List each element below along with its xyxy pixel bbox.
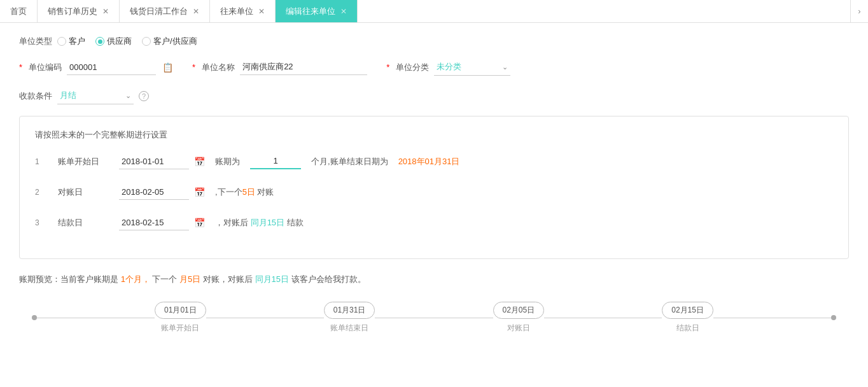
setting-row-2: 2 对账日 📅 ,下一个5日 对账: [35, 185, 833, 200]
timeline-line-5: [713, 318, 831, 318]
row-label-2: 对账日: [58, 186, 109, 198]
payment-terms-group: 收款条件 月结 ⌄ ?: [19, 87, 149, 104]
payment-date-calendar-icon[interactable]: 📅: [194, 218, 205, 228]
radio-label-supplier: 供应商: [107, 36, 132, 47]
node-date-2: 01月31日: [324, 302, 375, 319]
tab-home[interactable]: 首页: [0, 0, 38, 22]
radio-group-unit-type: 客户供应商客户/供应商: [57, 36, 197, 47]
payment-terms-label: 收款条件: [19, 90, 52, 102]
preview-period: 1个月，: [121, 274, 150, 284]
payment-terms-arrow: ⌄: [125, 92, 131, 100]
node-date-3: 02月05日: [493, 302, 545, 319]
node-date-1: 01月01日: [155, 302, 206, 319]
tab-edit-partner[interactable]: 编辑往来单位✕: [276, 0, 358, 22]
tab-close-sales-history[interactable]: ✕: [102, 7, 109, 16]
unit-type-label: 单位类型: [19, 36, 52, 47]
payment-terms-dropdown[interactable]: 月结 ⌄: [57, 87, 134, 104]
radio-circle-supplier: [95, 37, 104, 46]
unit-name-group: * 单位名称: [192, 60, 367, 75]
period-value-input[interactable]: [250, 153, 301, 169]
timeline-node-4: 02月15日 结款日: [662, 302, 713, 334]
start-date-input[interactable]: [119, 154, 189, 169]
radio-label-customer: 客户: [69, 36, 85, 47]
section-title: 请按照未来的一个完整帐期进行设置: [35, 129, 833, 141]
tab-partners[interactable]: 往来单位✕: [210, 0, 276, 22]
tab-label-sales-history: 销售订单历史: [48, 6, 97, 17]
radio-both[interactable]: 客户/供应商: [142, 36, 197, 47]
row-label-3: 结款日: [58, 217, 109, 229]
help-icon[interactable]: ?: [139, 91, 149, 101]
preview-text-3: 对账，对账后: [203, 274, 255, 284]
node-label-2: 账单结束日: [330, 323, 368, 334]
timeline-start-dot: [32, 315, 37, 320]
setting-row-1: 1 账单开始日 📅 账期为 个月,账单结束日期为 2018年01月31日: [35, 153, 833, 169]
period-unit-hint: 个月,账单结束日期为: [311, 156, 388, 167]
node-label-1: 账单开始日: [161, 323, 199, 334]
unit-category-value: 未分类: [437, 61, 500, 73]
radio-customer[interactable]: 客户: [57, 36, 85, 47]
preview-reconcile-day: 月5日: [179, 274, 200, 284]
preview-text-2: 下一个: [152, 274, 177, 284]
setting-row-3: 3 结款日 📅 ，对账后 同月15日 结款: [35, 215, 833, 230]
tab-close-edit-partner[interactable]: ✕: [340, 7, 347, 16]
timeline-node-3: 02月05日 对账日: [493, 302, 545, 334]
unit-category-label: 单位分类: [396, 62, 429, 73]
payment-date-input[interactable]: [119, 215, 189, 230]
timeline-node-2: 01月31日 账单结束日: [324, 302, 375, 334]
unit-type-row: 单位类型 客户供应商客户/供应商: [19, 36, 849, 47]
row-num-2: 2: [35, 188, 48, 197]
tab-cashflow[interactable]: 钱货日清工作台✕: [120, 0, 210, 22]
row-label-1: 账单开始日: [58, 156, 109, 167]
reconcile-date-input[interactable]: [119, 185, 189, 200]
tab-label-partners: 往来单位: [220, 6, 253, 17]
radio-label-both: 客户/供应商: [153, 36, 197, 47]
unit-category-dropdown[interactable]: 未分类 ⌄: [434, 59, 510, 76]
timeline-line-4: [544, 318, 662, 318]
node-label-3: 对账日: [507, 323, 530, 334]
unit-code-input[interactable]: [67, 60, 156, 75]
unit-code-group: * 单位编码 📋: [19, 60, 173, 75]
radio-circle-customer: [57, 37, 66, 46]
tab-label-cashflow: 钱货日清工作台: [130, 6, 188, 17]
reconcile-hint: ,下一个5日 对账: [215, 186, 274, 198]
unit-code-label: 单位编码: [29, 62, 62, 73]
radio-supplier[interactable]: 供应商: [95, 36, 132, 47]
preview-section: 账期预览：当前客户账期是 1个月， 下一个 月5日 对账，对账后 同月15日 该…: [19, 272, 849, 334]
tab-close-partners[interactable]: ✕: [258, 7, 265, 16]
preview-text-4: 该客户会给我打款。: [291, 274, 366, 284]
tab-close-cashflow[interactable]: ✕: [193, 7, 199, 16]
main-content: 单位类型 客户供应商客户/供应商 * 单位编码 📋 * 单位名称 * 单位分类 …: [0, 23, 868, 387]
node-date-4: 02月15日: [662, 302, 713, 319]
unit-name-input[interactable]: [240, 60, 367, 75]
payment-terms-value: 月结: [60, 90, 123, 101]
start-date-calendar-icon[interactable]: 📅: [194, 157, 205, 167]
tab-overflow-arrow[interactable]: ›: [850, 0, 868, 22]
period-label: 账期为: [215, 156, 240, 167]
unit-name-label: 单位名称: [202, 62, 235, 73]
radio-circle-both: [142, 37, 151, 46]
timeline-line-2: [206, 318, 324, 318]
preview-label: 账期预览：当前客户账期是: [19, 274, 118, 284]
tab-label-home: 首页: [10, 6, 27, 17]
preview-text: 账期预览：当前客户账期是 1个月， 下一个 月5日 对账，对账后 同月15日 该…: [19, 272, 849, 286]
unit-category-group: * 单位分类 未分类 ⌄: [386, 59, 510, 76]
timeline-line-1: [37, 318, 155, 318]
tab-sales-history[interactable]: 销售订单历史✕: [38, 0, 120, 22]
unit-category-arrow: ⌄: [502, 63, 508, 71]
timeline-node-1: 01月01日 账单开始日: [155, 302, 206, 334]
reconcile-date-calendar-icon[interactable]: 📅: [194, 187, 205, 197]
row-num-1: 1: [35, 157, 48, 166]
timeline-end-dot: [831, 315, 836, 320]
payment-terms-row: 收款条件 月结 ⌄ ?: [19, 87, 849, 104]
copy-icon[interactable]: 📋: [162, 62, 173, 73]
payment-hint: ，对账后 同月15日 结款: [215, 217, 304, 229]
node-label-4: 结款日: [676, 323, 699, 334]
timeline: 01月01日 账单开始日 01月31日 账单结束日 02月05日 对账日 02月…: [19, 302, 849, 334]
unit-type-group: 单位类型 客户供应商客户/供应商: [19, 36, 197, 47]
period-settings-box: 请按照未来的一个完整帐期进行设置 1 账单开始日 📅 账期为 个月,账单结束日期…: [19, 116, 849, 259]
preview-payment-day: 同月15日: [255, 274, 289, 284]
timeline-line-3: [375, 318, 493, 318]
period-end-date: 2018年01月31日: [398, 156, 460, 167]
row-num-3: 3: [35, 218, 48, 227]
tab-bar: 首页销售订单历史✕钱货日清工作台✕往来单位✕编辑往来单位✕ ›: [0, 0, 868, 23]
